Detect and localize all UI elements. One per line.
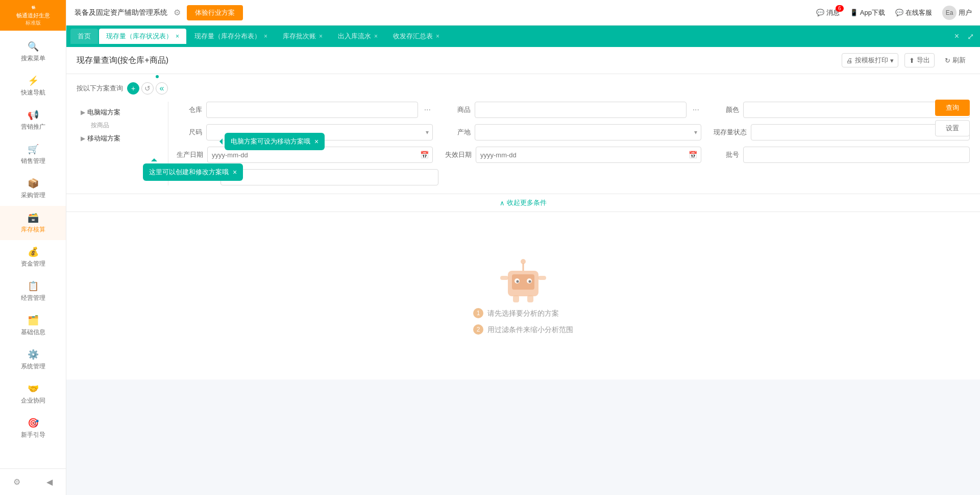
avatar: Ea	[942, 6, 957, 20]
logo-sub-text: 标准版	[26, 19, 41, 27]
origin-field: 产地 ▾	[445, 124, 701, 140]
support-icon: 💬	[895, 9, 903, 16]
sidebar-item-label: 企业协同	[21, 396, 45, 405]
tab-close-batch-ledger[interactable]: ×	[319, 33, 323, 40]
tooltip2-close-btn[interactable]: ×	[233, 168, 237, 176]
sidebar-item-quick-nav[interactable]: ⚡ 快速导航	[0, 69, 66, 103]
product-select-wrapper	[475, 102, 687, 118]
tab-batch-ledger-label: 库存批次账	[283, 32, 316, 41]
tab-home[interactable]: 首页	[70, 29, 98, 44]
message-badge: 6	[836, 5, 844, 12]
empty-illustration	[498, 253, 549, 304]
tab-inout-flow[interactable]: 出入库流水 ×	[331, 29, 385, 44]
sidebar-item-guide[interactable]: 🎯 新手引导	[0, 411, 66, 445]
industry-btn[interactable]: 体验行业方案	[187, 5, 243, 20]
tab-inout-flow-label: 出入库流水	[338, 32, 371, 41]
scheme-mobile-label: 移动端方案	[87, 134, 120, 143]
tab-close-inventory-status[interactable]: ×	[176, 33, 179, 40]
collapse-bar[interactable]: ∧ 收起更多条件	[66, 194, 980, 212]
refresh-icon: ↻	[945, 57, 950, 64]
logo-main-text: 畅通道好生意	[16, 12, 50, 19]
online-support-btn[interactable]: 💬 在线客服	[895, 8, 932, 17]
sidebar-item-label: 营销推广	[21, 123, 45, 131]
app-download-label: App下载	[860, 8, 885, 17]
filter-header: 按以下方案查询 + ↺ «	[77, 82, 970, 95]
template-print-btn[interactable]: 🖨 按模板打印 ▾	[842, 53, 898, 67]
prod-date-label: 生产日期	[177, 150, 203, 159]
refresh-btn[interactable]: ↻ 刷新	[941, 54, 970, 67]
product-more-btn[interactable]: ···	[691, 105, 701, 114]
sidebar-item-label: 基础信息	[21, 328, 45, 337]
step1-text: 请先选择要分析的方案	[487, 306, 559, 320]
scheme-sub-product-label: 按商品	[91, 121, 109, 130]
step1-num: 1	[473, 308, 483, 318]
back-scheme-btn[interactable]: «	[156, 82, 168, 95]
sidebar-settings-btn[interactable]: ⚙	[11, 475, 22, 489]
sidebar-item-system[interactable]: ⚙️ 系统管理	[0, 343, 66, 377]
tab-bar: 首页 现存量（库存状况表） × 现存量（库存分布表） × 库存批次账 × 出入库…	[66, 26, 980, 47]
sidebar-item-marketing[interactable]: 📢 营销推广	[0, 103, 66, 137]
tab-close-receive-summary[interactable]: ×	[436, 33, 439, 40]
tab-close-inout-flow[interactable]: ×	[374, 33, 378, 40]
expire-date-input-wrapper: 📅	[476, 147, 701, 163]
chevron-down-icon: ▾	[890, 57, 894, 64]
color-label: 颜色	[714, 105, 739, 114]
warehouse-more-btn[interactable]: ···	[422, 105, 433, 114]
add-scheme-btn[interactable]: +	[127, 82, 139, 95]
inventory-icon: 🗃️	[28, 212, 39, 223]
export-btn[interactable]: ⬆ 导出	[904, 53, 935, 67]
tab-home-label: 首页	[78, 32, 91, 41]
tab-receive-summary-label: 收发存汇总表	[393, 32, 433, 41]
scheme-mobile[interactable]: ▶ 移动端方案	[81, 132, 164, 145]
sidebar-item-base-info[interactable]: 🗂️ 基础信息	[0, 309, 66, 343]
logo-icon: 畅	[24, 4, 42, 11]
reset-btn[interactable]: 设置	[935, 120, 970, 136]
scheme-desktop-arrow: ▶	[81, 109, 85, 116]
color-field: 颜色 ▾	[714, 102, 970, 118]
origin-input[interactable]	[475, 124, 701, 140]
operations-icon: 📋	[28, 280, 39, 292]
sidebar-item-search[interactable]: 🔍 搜索菜单	[0, 35, 66, 69]
tab-close-inventory-dist[interactable]: ×	[264, 33, 267, 40]
batch-no-input[interactable]	[743, 147, 970, 163]
tooltip1-close-btn[interactable]: ×	[314, 137, 318, 146]
sidebar-collapse-btn[interactable]: ◀	[44, 475, 55, 489]
sidebar-item-finance[interactable]: 💰 资金管理	[0, 240, 66, 274]
scheme-desktop[interactable]: ▶ 电脑端方案	[81, 106, 164, 119]
stock-main-input[interactable]	[220, 169, 438, 185]
tab-inventory-dist[interactable]: 现存量（库存分布表） ×	[187, 29, 275, 44]
user-label: 用户	[959, 8, 972, 17]
content-area: 现存量查询(按仓库+商品) 🖨 按模板打印 ▾ ⬆ 导出 ↻ 刷新	[66, 47, 980, 495]
collapse-up-icon: ∧	[500, 199, 505, 207]
sidebar-item-label: 搜索菜单	[21, 54, 45, 63]
sidebar-item-purchase[interactable]: 📦 采购管理	[0, 172, 66, 206]
step2-text: 用过滤条件来缩小分析范围	[487, 322, 573, 337]
expire-date-input[interactable]	[476, 147, 701, 163]
sidebar-item-enterprise[interactable]: 🤝 企业协同	[0, 377, 66, 411]
empty-step-2: 2 用过滤条件来缩小分析范围	[473, 322, 573, 337]
scheme-desktop-label: 电脑端方案	[87, 108, 120, 117]
product-input[interactable]	[475, 102, 687, 118]
sidebar-item-sales[interactable]: 🛒 销售管理	[0, 137, 66, 172]
search-btn[interactable]: 查询	[935, 100, 970, 116]
sidebar-item-inventory[interactable]: 🗃️ 库存核算	[0, 206, 66, 240]
expire-date-label: 失效日期	[445, 150, 472, 159]
message-btn[interactable]: 💬 消息 6	[816, 8, 840, 17]
sidebar-item-label: 资金管理	[21, 260, 45, 268]
tab-receive-summary[interactable]: 收发存汇总表 ×	[386, 29, 447, 44]
maximize-btn[interactable]: ⤢	[965, 30, 976, 43]
close-all-tabs-btn[interactable]: ×	[952, 30, 961, 43]
scheme-sub-product[interactable]: 按商品	[91, 119, 164, 132]
refresh-scheme-btn[interactable]: ↺	[141, 82, 154, 95]
warehouse-input[interactable]	[206, 102, 418, 118]
tab-inventory-status[interactable]: 现存量（库存状况表） ×	[99, 29, 186, 44]
sidebar-item-operations[interactable]: 📋 经营管理	[0, 274, 66, 309]
top-header: 装备及固定资产辅助管理系统 ⚙ 体验行业方案 💬 消息 6 📱 App下载 💬 …	[66, 0, 980, 26]
sidebar-item-label: 库存核算	[21, 225, 45, 234]
header-right: 💬 消息 6 📱 App下载 💬 在线客服 Ea 用户	[816, 6, 972, 20]
user-area[interactable]: Ea 用户	[942, 6, 972, 20]
app-download-btn[interactable]: 📱 App下载	[850, 8, 885, 17]
tab-batch-ledger[interactable]: 库存批次账 ×	[276, 29, 330, 44]
title-actions: 🖨 按模板打印 ▾ ⬆ 导出 ↻ 刷新	[842, 53, 970, 67]
settings-icon[interactable]: ⚙	[174, 8, 181, 17]
